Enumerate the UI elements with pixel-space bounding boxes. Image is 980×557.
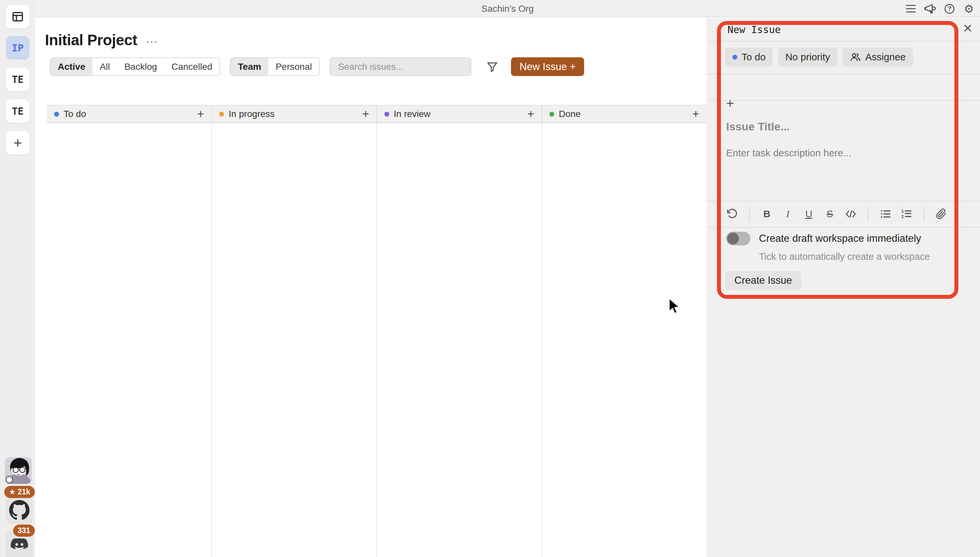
app-root: IP TE TE + ★ 21k bbox=[0, 0, 980, 557]
code-button[interactable] bbox=[845, 207, 857, 221]
sidebar-item-workspace-ip[interactable]: IP bbox=[6, 36, 29, 60]
paperclip-icon bbox=[936, 208, 947, 220]
project-header: Initial Project ⋯ bbox=[45, 31, 157, 49]
filter-button[interactable] bbox=[485, 60, 500, 74]
todo-status-dot bbox=[54, 112, 59, 117]
close-icon[interactable]: ✕ bbox=[963, 23, 973, 34]
create-issue-button[interactable]: Create Issue bbox=[725, 271, 801, 290]
announcements-button[interactable] bbox=[924, 3, 936, 15]
tab-active[interactable]: Active bbox=[51, 58, 93, 75]
column-in-review[interactable] bbox=[377, 124, 542, 557]
status-filter-group: Active All Backlog Cancelled bbox=[50, 57, 220, 76]
done-status-dot bbox=[549, 112, 554, 117]
toggle-help-text: Tick to automatically create a workspace bbox=[759, 251, 930, 262]
code-icon bbox=[845, 208, 857, 220]
underline-button[interactable]: U bbox=[803, 207, 815, 221]
page-title: Initial Project bbox=[45, 31, 137, 49]
github-stars-badge: ★ 21k bbox=[4, 486, 35, 498]
add-issue-in-progress-button[interactable]: + bbox=[362, 108, 369, 120]
people-icon bbox=[850, 52, 861, 62]
numbered-list-button[interactable]: 1 2 bbox=[901, 207, 913, 221]
tab-cancelled[interactable]: Cancelled bbox=[164, 58, 220, 75]
undo-button[interactable] bbox=[726, 207, 738, 221]
column-done[interactable] bbox=[542, 124, 706, 557]
scope-filter-group: Team Personal bbox=[230, 57, 320, 76]
panel-header: New Issue ✕ bbox=[706, 18, 980, 41]
settings-button[interactable]: ⚙ bbox=[963, 3, 975, 15]
board-body bbox=[47, 124, 706, 557]
column-in-progress[interactable] bbox=[211, 124, 376, 557]
github-icon bbox=[9, 500, 29, 520]
numbered-list-icon: 1 2 bbox=[901, 208, 913, 220]
in-progress-status-dot bbox=[219, 112, 224, 117]
in-review-status-dot bbox=[384, 112, 389, 117]
issue-title-input[interactable] bbox=[726, 120, 956, 133]
gear-icon: ⚙ bbox=[964, 3, 974, 15]
org-name: Sachin's Org bbox=[35, 0, 980, 17]
status-chip[interactable]: To do bbox=[725, 47, 773, 67]
column-header-in-progress: In progress + bbox=[211, 106, 376, 122]
add-issue-in-review-button[interactable]: + bbox=[528, 108, 534, 120]
search-input[interactable] bbox=[330, 57, 471, 76]
draft-workspace-toggle[interactable] bbox=[726, 232, 750, 245]
layout-icon bbox=[11, 10, 24, 23]
add-workspace-button[interactable]: + bbox=[6, 131, 29, 155]
toggle-label: Create draft workspace immediately bbox=[759, 233, 921, 244]
star-icon: ★ bbox=[9, 487, 16, 497]
draft-workspace-toggle-row: Create draft workspace immediately bbox=[726, 232, 921, 245]
sidebar: IP TE TE + ★ 21k bbox=[0, 0, 35, 557]
discord-count-badge: 331 bbox=[13, 524, 35, 537]
editor-toolbar: B I U S bbox=[726, 201, 947, 227]
add-issue-todo-button[interactable]: + bbox=[197, 108, 204, 120]
tab-personal[interactable]: Personal bbox=[268, 58, 319, 75]
attachment-button[interactable] bbox=[935, 207, 947, 221]
panel-title: New Issue bbox=[727, 24, 781, 35]
column-header-in-review: In review + bbox=[377, 106, 542, 122]
column-header-todo: To do + bbox=[47, 106, 211, 122]
discord-icon bbox=[10, 537, 29, 552]
filter-toolbar: Active All Backlog Cancelled Team Person… bbox=[50, 57, 584, 76]
help-icon: ? bbox=[944, 4, 954, 14]
italic-button[interactable]: I bbox=[782, 207, 794, 221]
tab-all[interactable]: All bbox=[93, 58, 117, 75]
todo-status-dot bbox=[732, 55, 737, 60]
issue-description-input[interactable] bbox=[726, 147, 956, 210]
tab-team[interactable]: Team bbox=[230, 58, 268, 75]
titlebar: Sachin's Org ? ⚙ bbox=[35, 0, 980, 17]
user-avatar[interactable] bbox=[5, 457, 32, 484]
toggle-knob bbox=[727, 233, 739, 244]
sidebar-item-workspace-te-2[interactable]: TE bbox=[6, 99, 29, 123]
megaphone-icon bbox=[924, 3, 936, 15]
bullet-list-button[interactable] bbox=[880, 207, 892, 221]
discord-link[interactable]: 331 bbox=[6, 530, 33, 557]
priority-chip[interactable]: No priority bbox=[778, 47, 837, 67]
sidebar-item-dashboard[interactable] bbox=[6, 5, 29, 29]
project-menu-button[interactable]: ⋯ bbox=[145, 33, 157, 47]
undo-icon bbox=[727, 208, 738, 220]
main-content: Initial Project ⋯ Active All Backlog Can… bbox=[35, 18, 706, 557]
new-issue-button[interactable]: New Issue + bbox=[511, 57, 584, 76]
titlebar-icons: ? ⚙ bbox=[905, 0, 975, 17]
new-issue-panel: New Issue ✕ To do No priority bbox=[706, 18, 980, 557]
issue-property-chips: To do No priority Assignee bbox=[725, 47, 913, 67]
add-property-button[interactable]: + bbox=[726, 97, 734, 111]
bold-button[interactable]: B bbox=[761, 207, 773, 221]
menu-button[interactable] bbox=[905, 3, 917, 15]
assignee-chip[interactable]: Assignee bbox=[843, 47, 913, 67]
svg-text:1: 1 bbox=[901, 209, 904, 213]
github-link[interactable]: ★ 21k bbox=[6, 492, 33, 524]
help-button[interactable]: ? bbox=[944, 3, 956, 15]
tab-backlog[interactable]: Backlog bbox=[117, 58, 164, 75]
svg-text:2: 2 bbox=[901, 214, 904, 219]
hamburger-icon bbox=[906, 5, 916, 13]
add-issue-done-button[interactable]: + bbox=[693, 108, 699, 120]
funnel-icon bbox=[487, 61, 498, 73]
strikethrough-button[interactable]: S bbox=[824, 207, 836, 221]
bullet-list-icon bbox=[880, 208, 892, 220]
column-todo[interactable] bbox=[47, 124, 211, 557]
sidebar-item-workspace-te-1[interactable]: TE bbox=[6, 67, 29, 91]
board-header: To do + In progress + In review + Done bbox=[47, 105, 706, 123]
column-header-done: Done + bbox=[542, 106, 706, 122]
